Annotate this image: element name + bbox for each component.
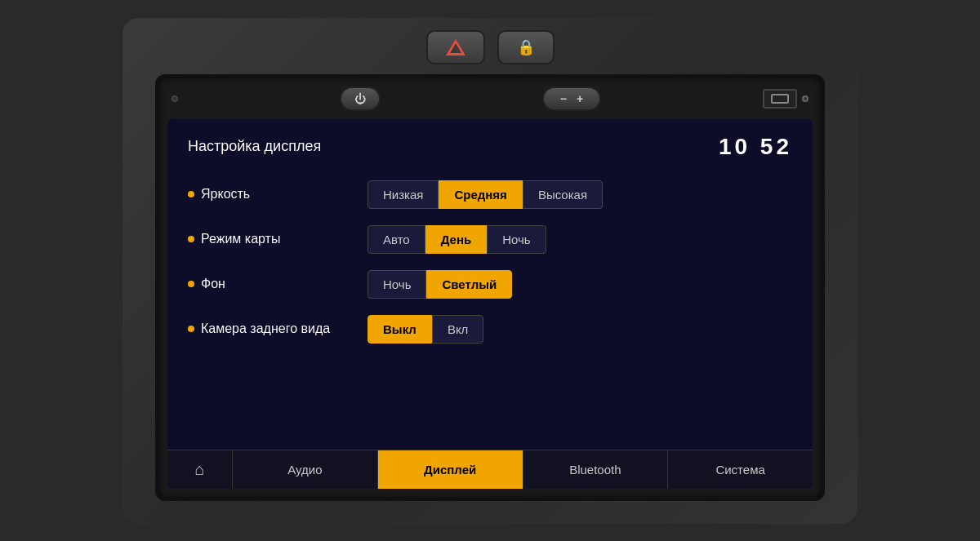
hazard-button[interactable] xyxy=(426,30,485,64)
volume-minus-icon[interactable]: − xyxy=(560,92,567,105)
brightness-options: Низкая Средняя Высокая xyxy=(368,180,603,209)
brightness-mid[interactable]: Средняя xyxy=(439,180,522,209)
screen-content: Настройка дисплея 10 52 Яркость Низкая С… xyxy=(167,119,813,446)
settings-area: Яркость Низкая Средняя Высокая Режим кар… xyxy=(188,180,792,356)
map-mode-night[interactable]: Ночь xyxy=(487,225,546,254)
bottom-nav: ⌂ Аудио Дисплей Bluetooth Система xyxy=(167,450,813,489)
nav-home[interactable]: ⌂ xyxy=(167,450,233,489)
brightness-row: Яркость Низкая Средняя Высокая xyxy=(188,180,792,209)
lock-icon: 🔒 xyxy=(517,38,535,56)
nav-audio[interactable]: Аудио xyxy=(233,450,378,489)
volume-plus-icon[interactable]: + xyxy=(577,92,583,105)
nav-display[interactable]: Дисплей xyxy=(378,450,523,489)
map-mode-auto[interactable]: Авто xyxy=(368,225,425,254)
power-button[interactable]: ⏻ xyxy=(340,86,381,111)
ports-area xyxy=(763,89,808,109)
rear-camera-row: Камера заднего вида Выкл Вкл xyxy=(188,315,792,344)
rear-camera-dot xyxy=(188,326,194,332)
screen-title: Настройка дисплея xyxy=(188,138,321,155)
aux-port xyxy=(802,95,808,102)
control-bar: ⏻ − + xyxy=(167,86,813,111)
map-mode-options: Авто День Ночь xyxy=(368,225,546,254)
map-mode-label: Режим карты xyxy=(188,232,351,246)
volume-control[interactable]: − + xyxy=(542,86,601,111)
infotainment-screen: Настройка дисплея 10 52 Яркость Низкая С… xyxy=(167,119,813,489)
top-buttons-area: 🔒 xyxy=(426,30,555,64)
map-mode-day[interactable]: День xyxy=(425,225,488,254)
brightness-high[interactable]: Высокая xyxy=(523,180,603,209)
background-dot xyxy=(188,281,194,287)
map-mode-dot xyxy=(188,236,194,242)
nav-system[interactable]: Система xyxy=(668,450,813,489)
screen-bezel: ⏻ − + Настройка дисплея 10 52 xyxy=(155,74,825,501)
brightness-label: Яркость xyxy=(188,187,351,202)
brightness-low[interactable]: Низкая xyxy=(368,180,439,209)
usb-port xyxy=(763,89,797,109)
map-mode-row: Режим карты Авто День Ночь xyxy=(188,225,792,254)
screen-time: 10 52 xyxy=(719,134,792,160)
rear-camera-label: Камера заднего вида xyxy=(188,321,351,336)
background-label: Фон xyxy=(188,277,351,291)
screen-header: Настройка дисплея 10 52 xyxy=(188,134,792,160)
background-light[interactable]: Светлый xyxy=(426,270,512,299)
rear-camera-on[interactable]: Вкл xyxy=(432,315,484,344)
nav-bluetooth[interactable]: Bluetooth xyxy=(523,450,669,489)
rear-camera-off[interactable]: Выкл xyxy=(368,315,432,344)
background-options: Ночь Светлый xyxy=(368,270,512,299)
background-row: Фон Ночь Светлый xyxy=(188,270,792,299)
camera-dot xyxy=(172,95,178,102)
hazard-icon xyxy=(446,39,466,55)
lock-button[interactable]: 🔒 xyxy=(497,30,555,64)
power-icon: ⏻ xyxy=(354,92,366,105)
background-night[interactable]: Ночь xyxy=(368,270,426,299)
usb-icon xyxy=(771,94,789,104)
car-panel: 🔒 ⏻ − + xyxy=(122,18,858,524)
brightness-dot xyxy=(188,191,194,197)
rear-camera-options: Выкл Вкл xyxy=(368,315,483,344)
home-icon: ⌂ xyxy=(194,460,204,479)
